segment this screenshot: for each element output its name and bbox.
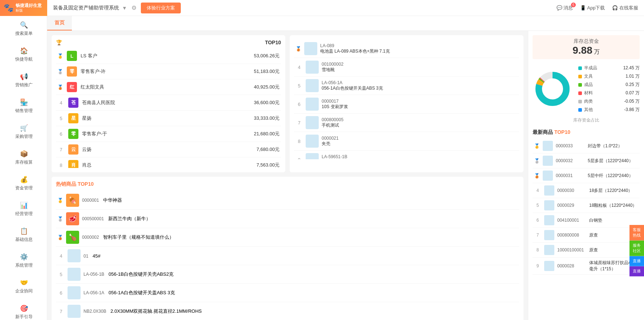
newest-row-8: 8 10000100001 原查 xyxy=(533,243,640,258)
sidebar-item-purchase[interactable]: 🛒 采购管理 xyxy=(0,119,47,145)
rank-4: 4 xyxy=(57,100,65,106)
top-customers-card: 🏆 TOP10 🥇 L LS 客户 53,006.26元 🥈 xyxy=(52,35,285,172)
legend-val-4: 0.07 万 xyxy=(625,90,640,96)
legend-item-2: 文具 1.01 万 xyxy=(578,73,640,79)
customer-name-3: 红太阳文具 xyxy=(81,84,250,90)
legend-val-2: 1.01 万 xyxy=(625,73,640,79)
sidebar-item-guide[interactable]: 🎯 新手引导 xyxy=(0,299,47,320)
sidebar-item-basic-info[interactable]: 📋 基础信息 xyxy=(0,222,47,248)
customer-amount-1: 53,006.26元 xyxy=(254,53,280,59)
svg-point-18 xyxy=(542,79,563,99)
dropdown-arrow-icon[interactable]: ▼ xyxy=(122,5,127,11)
inventory-unit: 万 xyxy=(594,48,600,56)
avatar-7: 云 xyxy=(68,144,78,155)
logo-icon: 🐾 xyxy=(4,3,13,13)
customer-amount-3: 40,925.00元 xyxy=(254,84,280,90)
newest-thumb-9 xyxy=(544,261,554,271)
float-btn-community[interactable]: 服务社区 xyxy=(629,241,644,256)
hot-code-1: 0000001 xyxy=(82,198,99,203)
hot-info-2: 000500001 新西兰牛肉（新牛） xyxy=(82,216,518,222)
content-area: 🏆 TOP10 🥇 L LS 客户 53,006.26元 🥈 xyxy=(47,31,644,320)
sidebar-item-operations[interactable]: 📊 经营管理 xyxy=(0,196,47,222)
sidebar-item-finance[interactable]: 💰 资金管理 xyxy=(0,171,47,196)
viewed-code-1: LA-089 xyxy=(320,43,518,48)
sidebar-item-enterprise[interactable]: 🤝 企业协同 xyxy=(0,274,47,299)
newest-row-4: 4 0000030 18多层（1220*2440） xyxy=(533,183,640,198)
legend-dot-6 xyxy=(578,108,582,112)
newest-thumb-1 xyxy=(543,141,553,151)
hot-products-card: 热销商品 TOP10 🥇 🍖 0000001 中华神器 xyxy=(52,177,523,320)
viewed-row-5: 7 000800005 手机测试 xyxy=(294,114,519,132)
message-item[interactable]: 💬 消息 6 xyxy=(557,5,573,11)
legend-dot-4 xyxy=(578,91,582,95)
svg-rect-1 xyxy=(309,63,316,71)
app-download-item[interactable]: 📱 App下载 xyxy=(580,5,605,11)
hot-row-3: 🥉 🍗 0000002 智利车子里（规格不知道填什么） xyxy=(56,228,519,247)
svg-rect-2 xyxy=(309,82,316,89)
newest-thumb-4 xyxy=(544,185,554,196)
newest-row-5: 5 0000029 18颗粒板（1220*2440） xyxy=(533,198,640,213)
hot-thumb-3: 🍗 xyxy=(66,231,79,244)
trial-button[interactable]: 体验行业方案 xyxy=(141,3,181,13)
viewed-code-6: 0000021 xyxy=(322,136,518,141)
svg-rect-8 xyxy=(70,271,78,278)
viewed-info-7: LA-59651-1B 59651-1B旋转投影灯电池盒ABS黑色+58克 xyxy=(322,154,518,160)
newest-code-5: 0000029 xyxy=(557,203,586,208)
donut-chart-container: 半成品 12.45 万 文具 1.01 万 成品 0.25 万 xyxy=(533,62,640,116)
viewed-rank-4: 6 xyxy=(295,102,303,107)
rank-8: 8 xyxy=(57,163,65,168)
viewed-info-2: 001000002 雪地靴 xyxy=(322,62,518,73)
viewed-name-2: 雪地靴 xyxy=(322,67,518,73)
sidebar-item-system[interactable]: ⚙️ 系统管理 xyxy=(0,248,47,274)
viewed-row-4: 6 0000017 10S 变刷罗浆 xyxy=(294,95,519,114)
hot-rank-4: 4 xyxy=(57,253,65,259)
float-btn-service[interactable]: 客服热线 xyxy=(629,225,644,241)
online-service-item[interactable]: 🎧 在线客服 xyxy=(612,5,638,11)
hot-thumb-4 xyxy=(68,249,81,262)
customer-name-8: 肖总 xyxy=(82,162,253,168)
legend-item-4: 材料 0.07 万 xyxy=(578,90,640,96)
home-icon: 🏠 xyxy=(20,47,28,55)
sidebar-item-search[interactable]: 🔍 搜索菜单 xyxy=(0,16,47,42)
viewed-thumb-4 xyxy=(306,98,319,111)
customer-name-5: 星扬 xyxy=(82,115,250,122)
hot-row-7: 7 NB2.0X30B 2.0X30MM双摇花轴.摇花直径2.1MM/ROHS xyxy=(56,302,519,320)
sidebar-item-quick-nav[interactable]: 🏠 快捷导航 xyxy=(0,42,47,67)
hot-code-5: LA-056-1B xyxy=(83,272,104,277)
newest-products-header: 最新商品 TOP10 xyxy=(533,129,640,136)
sidebar-label-operations: 经营管理 xyxy=(15,211,33,217)
hot-row-2: 🥈 🥩 000500001 新西兰牛肉（新牛） xyxy=(56,210,519,228)
legend-item-5: 肉类 -0.05 万 xyxy=(578,98,640,104)
svg-rect-7 xyxy=(70,252,78,259)
customer-name-6: 零售客户-于 xyxy=(82,131,250,137)
hot-code-2: 000500001 xyxy=(82,216,104,221)
viewed-row-7: 9 LA-59651-1B 59651-1B旋转投影灯电池盒ABS黑色+58克 xyxy=(294,151,519,159)
hot-info-6: LA-056-1A 056-1A白色按键开关盖ABS 3克 xyxy=(83,290,518,296)
hot-code-4: 01 xyxy=(83,254,88,259)
sidebar-item-inventory[interactable]: 📦 库存核算 xyxy=(0,145,47,171)
hot-name-5: 056-1B白色按键开关壳ABS2克 xyxy=(109,271,174,277)
svg-rect-5 xyxy=(309,138,316,145)
customer-name-4: 苍南县人民医院 xyxy=(82,99,250,106)
medal-icon-2: 🥈 xyxy=(57,69,63,74)
system-title-text: 装备及固定资产辅助管理系统 xyxy=(53,5,119,11)
money-icon: 💰 xyxy=(20,176,28,184)
hot-name-4: 45# xyxy=(93,253,101,259)
tab-home[interactable]: 首页 xyxy=(47,16,72,30)
avatar-6: 零 xyxy=(68,129,78,139)
hot-name-7: 2.0X30MM双摇花轴.摇花直径2.1MM/ROHS xyxy=(110,308,201,314)
target-icon: 🎯 xyxy=(20,304,28,312)
legend-val-3: 0.25 万 xyxy=(625,82,640,88)
settings-icon[interactable]: ⚙ xyxy=(131,4,136,11)
sidebar-label-search: 搜索菜单 xyxy=(15,30,33,37)
svg-rect-21 xyxy=(545,173,551,179)
customers-title: TOP10 xyxy=(265,40,281,45)
svg-rect-0 xyxy=(307,45,314,52)
float-btn-live[interactable]: 直播 xyxy=(629,256,644,266)
newest-code-7: 000800008 xyxy=(557,233,586,238)
sidebar-item-marketing[interactable]: 📢 营销推广 xyxy=(0,67,47,93)
float-btn-extra[interactable]: 直播 xyxy=(629,266,644,276)
sidebar-item-sales[interactable]: 🏪 销售管理 xyxy=(0,93,47,119)
hot-rank-5: 5 xyxy=(57,272,65,277)
right-panel: 库存总资金 9.88 万 xyxy=(528,31,644,320)
